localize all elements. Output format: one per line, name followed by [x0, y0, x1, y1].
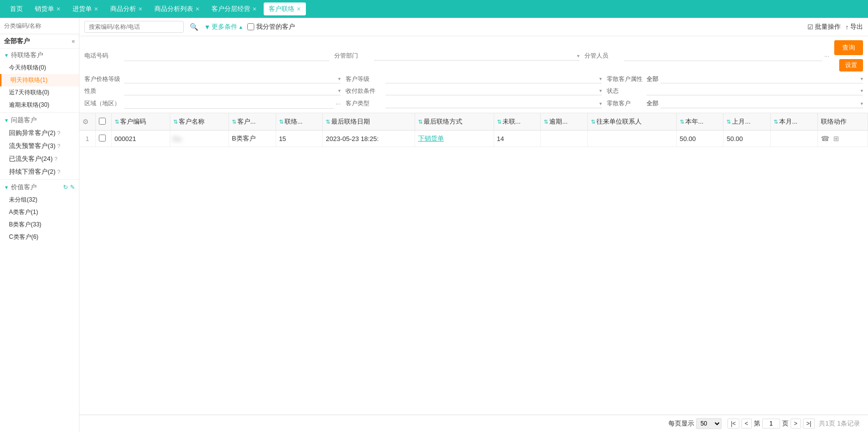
row-contact-person	[587, 131, 676, 147]
sort-this-year-icon: ⇅	[680, 119, 684, 125]
filter-region-dots[interactable]: ···	[336, 100, 341, 107]
sidebar-item-abnormal-repurchase[interactable]: 回购异常客户(2) ?	[0, 127, 79, 140]
query-button[interactable]: 查询	[834, 40, 863, 55]
filter-retail-attr-select[interactable]: ▾	[660, 74, 863, 83]
th-last-month: ⇅上月...	[723, 113, 771, 131]
close-product-analysis-icon[interactable]: ✕	[138, 6, 143, 12]
help-icon-1: ?	[57, 130, 60, 136]
close-product-analysis-list-icon[interactable]: ✕	[195, 6, 200, 12]
chevron-level-icon: ▾	[599, 76, 602, 81]
filter-phone-input[interactable]	[124, 51, 329, 61]
filter-payment: 收付款条件 ▾	[346, 86, 602, 95]
filter-nature: 性质 ▾	[84, 86, 341, 95]
sidebar-item-churned[interactable]: 已流失客户(24) ?	[0, 152, 79, 165]
help-icon-3: ?	[54, 156, 57, 162]
filter-nature-select[interactable]: ▾	[124, 86, 341, 95]
last-page-btn[interactable]: >|	[803, 419, 815, 429]
prev-page-btn[interactable]: <	[741, 419, 752, 429]
settings-button[interactable]: 设置	[839, 59, 863, 72]
row-number: 1	[79, 131, 95, 147]
filter-dept-label: 分管部门	[334, 52, 374, 60]
sidebar-group-value-customers[interactable]: ▼ 价值客户 ↻ ✎	[0, 181, 79, 194]
content-area: 🔍 ▼ 更多条件 ▲ 我分管的客户 ☑ 批量操作 ↑ 导出	[79, 18, 868, 432]
nav-sales-order[interactable]: 销货单 ✕	[30, 2, 66, 15]
refresh-value-icon[interactable]: ↻	[63, 184, 68, 191]
sidebar-item-declining[interactable]: 持续下滑客户(2) ?	[0, 165, 79, 178]
filter-customer-level-label: 客户等级	[346, 75, 385, 83]
my-customers-filter[interactable]: 我分管的客户	[247, 22, 295, 31]
th-gear: ⚙	[79, 113, 95, 131]
sidebar-item-a-customers[interactable]: A类客户(1)	[0, 206, 79, 218]
page-unit-label: 页	[782, 419, 789, 428]
filter-nature-label: 性质	[84, 87, 124, 95]
filter-status-label: 状态	[607, 87, 647, 95]
filter-price-level-label: 客户价格等级	[84, 75, 124, 83]
customer-name-blurred: Ea	[173, 135, 181, 143]
row-this-month	[771, 131, 818, 147]
page-input[interactable]	[762, 419, 780, 429]
my-customers-checkbox[interactable]	[247, 23, 254, 30]
filter-price-level-select[interactable]: ▾	[124, 74, 341, 83]
filter-dept-select[interactable]: ▾	[374, 52, 579, 61]
page-size-select[interactable]: 10 20 50 100	[696, 418, 722, 429]
filter-person-dots[interactable]: ···	[824, 53, 829, 60]
filter-person-label: 分管人员	[584, 52, 624, 60]
chevron-up-icon: ▲	[238, 24, 243, 30]
th-contact-count: ⇅联络...	[276, 113, 323, 131]
search-input[interactable]	[84, 21, 184, 33]
filter-payment-select[interactable]: ▾	[385, 86, 602, 95]
sidebar-item-all-customers[interactable]: 全部客户 «	[0, 34, 79, 49]
filter-customer-level-select[interactable]: ▾	[385, 74, 602, 83]
sidebar-item-7days-pending[interactable]: 近7天待联络(0)	[0, 86, 79, 99]
sidebar-item-b-customers[interactable]: B类客户(33)	[0, 218, 79, 231]
help-icon-2: ?	[57, 143, 60, 149]
customer-table: ⚙ ⇅客户编码 ⇅客户名称 ⇅客户... ⇅联络... ⇅最后联络日期 ⇅最后联…	[79, 113, 868, 147]
edit-value-icon[interactable]: ✎	[70, 184, 75, 191]
sidebar-group-pending-contact[interactable]: ▼ 待联络客户	[0, 49, 79, 62]
first-page-btn[interactable]: |<	[727, 419, 739, 429]
close-customer-contact-icon[interactable]: ✕	[296, 6, 301, 12]
filter-region-input[interactable]	[124, 98, 334, 109]
close-purchase-order-icon[interactable]: ✕	[94, 6, 98, 12]
next-page-btn[interactable]: >	[791, 419, 801, 429]
nav-customer-layered[interactable]: 客户分层经营 ✕	[207, 2, 262, 15]
select-all-checkbox[interactable]	[99, 118, 106, 125]
sidebar-item-today-pending[interactable]: 今天待联络(0)	[0, 62, 79, 74]
nav-product-analysis-list[interactable]: 商品分析列表 ✕	[149, 2, 205, 15]
filter-icon: ▼	[204, 23, 211, 31]
close-sales-order-icon[interactable]: ✕	[56, 6, 61, 12]
nav-customer-contact[interactable]: 客户联络 ✕	[264, 2, 306, 15]
filter-retail-customer-select[interactable]: ▾	[660, 99, 863, 108]
sidebar-search-input[interactable]	[4, 22, 78, 29]
th-name: ⇅客户名称	[170, 113, 228, 131]
th-uncontacted: ⇅未联...	[494, 113, 541, 131]
filter-person-input[interactable]	[624, 51, 822, 61]
sidebar-group-problem-customers[interactable]: ▼ 问题客户	[0, 114, 79, 127]
sidebar-item-overdue-contact[interactable]: 逾期未联络(30)	[0, 99, 79, 111]
nav-product-analysis[interactable]: 商品分析 ✕	[105, 2, 147, 15]
phone-action-icon[interactable]: ☎	[821, 135, 829, 143]
chevron-retail-attr-icon: ▾	[861, 76, 863, 81]
data-table-container: ⚙ ⇅客户编码 ⇅客户名称 ⇅客户... ⇅联络... ⇅最后联络日期 ⇅最后联…	[79, 113, 868, 415]
batch-operation-btn[interactable]: ☑ 批量操作	[807, 22, 841, 31]
grid-action-icon[interactable]: ⊞	[833, 135, 839, 143]
export-btn[interactable]: ↑ 导出	[846, 22, 864, 31]
filter-customer-type-select[interactable]: ▾	[385, 99, 602, 108]
gear-icon[interactable]: ⚙	[82, 118, 89, 126]
filter-retail-attr: 零散客户属性 全部 ▾	[607, 74, 863, 83]
row-checkbox[interactable]	[99, 135, 106, 142]
sidebar-item-ungrouped[interactable]: 未分组(32)	[0, 194, 79, 206]
nav-purchase-order[interactable]: 进货单 ✕	[68, 2, 103, 15]
th-overdue: ⇅逾期...	[541, 113, 588, 131]
sidebar-collapse-btn[interactable]: «	[72, 38, 75, 45]
sidebar-item-c-customers[interactable]: C类客户(6)	[0, 231, 79, 243]
more-conditions-btn[interactable]: ▼ 更多条件 ▲	[204, 22, 243, 31]
filter-row-3: 性质 ▾ 收付款条件 ▾ 状态	[84, 86, 863, 95]
last-contact-method-link[interactable]: 下销货单	[418, 135, 444, 142]
filter-status-select[interactable]: ▾	[647, 86, 863, 95]
sidebar-item-churn-warning[interactable]: 流失预警客户(3) ?	[0, 140, 79, 152]
sidebar-item-tomorrow-pending[interactable]: 明天待联络(1)	[0, 74, 79, 86]
nav-home[interactable]: 首页	[5, 2, 28, 15]
close-customer-layered-icon[interactable]: ✕	[252, 6, 257, 12]
search-button[interactable]: 🔍	[188, 23, 200, 31]
